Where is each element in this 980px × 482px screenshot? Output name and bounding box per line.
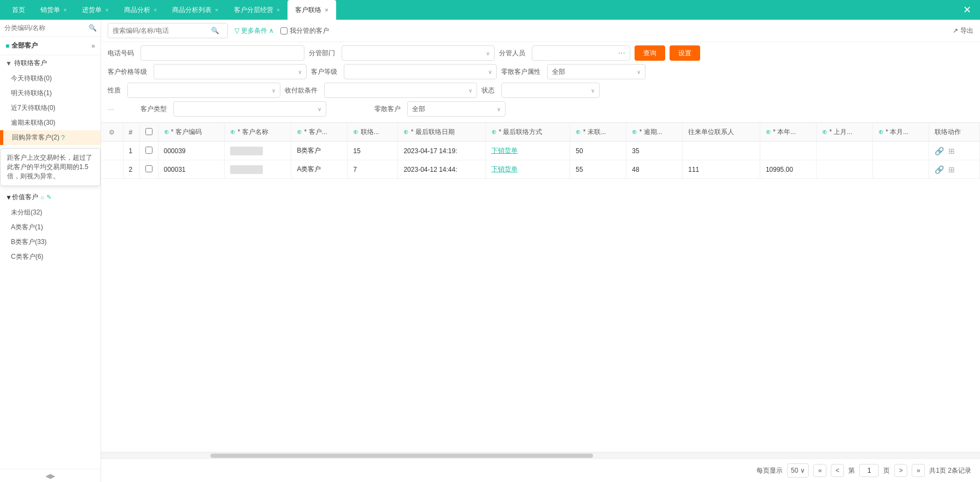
value-group[interactable]: ▼ 价值客户 ○ ✎ [0,189,101,205]
sidebar-repeat-abnormal[interactable]: 回购异常客户(2) ? [2,130,101,145]
sidebar-search-icon[interactable]: 🔍 [89,24,97,32]
query-button[interactable]: 查询 [635,45,665,61]
price-grade-select[interactable]: ∨ [154,64,307,79]
customer-grade-label: 客户等级 [311,67,337,77]
value-group-settings-icon[interactable]: ✎ [46,194,51,201]
sidebar-7day-pending[interactable]: 近7天待联络(0) [0,101,101,115]
action-grid-icon-2[interactable]: ⊞ [948,165,955,174]
last-page-btn[interactable]: » [912,464,925,477]
scroll-thumb[interactable] [210,454,593,458]
dept-select[interactable]: ∨ [342,45,495,61]
customer-grade-select[interactable]: ∨ [344,64,497,79]
retail-customer-select[interactable]: 全部 ∨ [407,101,506,117]
table-gear-icon[interactable]: ⚙ [109,129,115,136]
nav-sales[interactable]: 销货单 × [33,0,74,20]
nav-product-list-close[interactable]: × [215,7,218,13]
customer-name-blur-2 [230,165,263,174]
th-contact-sort-icon: ⊕ [353,128,359,136]
sidebar-collapse-icon[interactable]: » [91,42,95,50]
settings-button[interactable]: 设置 [670,45,700,61]
person-dots[interactable]: ··· [618,48,625,58]
pay-condition-select[interactable]: ∨ [324,83,477,98]
nav-purchase-close[interactable]: × [105,7,108,13]
per-page-select[interactable]: 50 ∨ [787,463,809,478]
tooltip-box: 距客户上次交易时长，超过了此客户的平均交易周期的1.5倍，则视为异常。 [0,148,101,186]
row-checkbox-1[interactable] [145,147,152,154]
nav-product-list[interactable]: 商品分析列表 × [165,0,226,20]
first-page-btn[interactable]: « [813,464,826,477]
export-btn[interactable]: ↗ 导出 [953,26,973,36]
contact-method-link-1[interactable]: 下销货单 [491,147,518,154]
th-settings[interactable]: ⚙ [101,123,123,142]
nav-customer-tier[interactable]: 客户分层经营 × [226,0,287,20]
contact-method-link-2[interactable]: 下销货单 [491,165,518,173]
pending-group[interactable]: ▼ 待联络客户 [0,55,101,71]
td-date-1: 2023-04-17 14:19: [398,142,486,160]
td-unit-contact-2: 111 [683,160,760,179]
prev-page-btn[interactable]: < [831,464,844,477]
filter-search-input[interactable] [113,27,211,34]
th-this-month[interactable]: ⊕ * 本月... [872,123,929,142]
sidebar-c-class[interactable]: C类客户(6) [0,249,101,264]
nav-purchase[interactable]: 进货单 × [74,0,116,20]
horizontal-scrollbar[interactable] [101,452,980,458]
nav-customer-tier-close[interactable]: × [277,7,280,13]
td-checkbox-1 [139,142,158,160]
th-pending[interactable]: ⊕ * 未联... [570,123,626,142]
all-customers-header[interactable]: ■ 全部客户 » [0,37,101,55]
sidebar-prev-arrow[interactable]: ◀ [45,472,50,480]
th-this-year[interactable]: ⊕ * 本年... [760,123,816,142]
sidebar-today-pending[interactable]: 今天待联络(0) [0,71,101,86]
window-close-btn[interactable]: ✕ [959,4,976,16]
advanced-filter: 电话号码 分管部门 ∨ 分管人员 ··· 查询 设置 客户价格等级 ∨ 客 [101,42,980,123]
th-name[interactable]: ⊕ * 客户名称 [225,123,291,142]
help-icon[interactable]: ? [61,134,65,142]
page-number-input[interactable] [859,464,879,477]
customer-type-select[interactable]: ∨ [173,101,326,117]
td-settings-1 [101,142,123,160]
gender-select[interactable]: ∨ [127,83,280,98]
nav-customer-contact-close[interactable]: × [325,7,328,13]
th-last-month[interactable]: ⊕ * 上月... [816,123,872,142]
nav-product-analysis-close[interactable]: × [154,7,157,13]
gender-label: 性质 [108,86,121,95]
row4-dots[interactable]: ··· [108,104,114,113]
status-chevron: ∨ [591,88,595,94]
sidebar-b-class[interactable]: B类客户(33) [0,235,101,249]
th-overdue[interactable]: ⊕ * 逾期... [626,123,683,142]
person-input[interactable]: ··· [532,45,630,61]
action-grid-icon-1[interactable]: ⊞ [948,147,955,155]
retail-attr-select[interactable]: 全部 ∨ [547,64,645,79]
action-link-icon-1[interactable]: 🔗 [935,147,944,155]
price-grade-chevron: ∨ [298,69,302,75]
filter-icon: ▽ [234,27,239,34]
select-all-checkbox[interactable] [145,128,152,135]
sidebar-tomorrow-pending[interactable]: 明天待联络(1) [0,86,101,101]
status-select[interactable]: ∨ [501,83,600,98]
next-page-btn[interactable]: > [894,464,907,477]
sidebar-ungrouped[interactable]: 未分组(32) [0,205,101,220]
row-checkbox-2[interactable] [145,165,152,172]
th-code[interactable]: ⊕ * 客户编码 [158,123,225,142]
filter-search-icon[interactable]: 🔍 [211,27,219,34]
sidebar-repeat-abnormal-row: 回购异常客户(2) ? [0,130,101,145]
th-type-sort-icon: ⊕ [297,128,302,136]
th-contact[interactable]: ⊕ 联络... [348,123,398,142]
value-group-edit-icon[interactable]: ○ [40,194,44,201]
sidebar-a-class[interactable]: A类客户(1) [0,220,101,235]
my-customers-check[interactable] [280,27,287,34]
nav-home[interactable]: 首页 [4,0,33,20]
nav-customer-contact[interactable]: 客户联络 × [287,0,336,20]
more-conditions-btn[interactable]: ▽ 更多条件 ∧ [234,26,274,36]
th-customer-type[interactable]: ⊕ * 客户... [291,123,348,142]
sidebar-search-input[interactable] [4,24,86,32]
action-link-icon-2[interactable]: 🔗 [935,165,944,174]
th-name-sort-icon: ⊕ [230,128,236,136]
th-last-contact-method[interactable]: ⊕ * 最后联络方式 [486,123,570,142]
sidebar-next-arrow[interactable]: ▶ [50,472,55,480]
sidebar-overdue-pending[interactable]: 逾期未联络(30) [0,115,101,130]
nav-sales-close[interactable]: × [63,7,67,13]
nav-product-analysis[interactable]: 商品分析 × [116,0,165,20]
th-last-contact-date[interactable]: ⊕ * 最后联络日期 [398,123,486,142]
phone-input[interactable] [140,45,304,61]
